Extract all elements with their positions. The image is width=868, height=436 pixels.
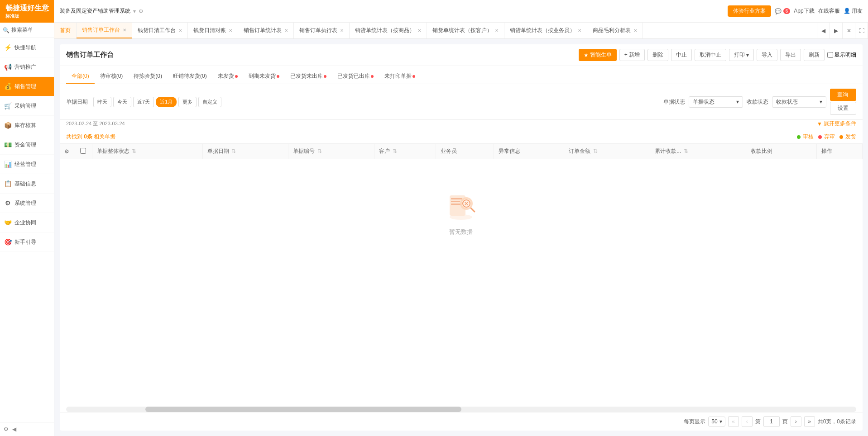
sub-tab-unprinted[interactable]: 未打印单据 [379, 70, 421, 84]
cancel-audit-action-btn[interactable]: 弃审 [818, 133, 835, 141]
tab-close-icon[interactable]: ✕ [123, 28, 126, 33]
sidebar-item-quick-nav[interactable]: ⚡ 快捷导航 [0, 38, 54, 57]
prev-page-btn[interactable]: ‹ [742, 416, 753, 427]
message-icon[interactable]: 💬 6 [775, 8, 790, 14]
date-btn-1month[interactable]: 近1月 [156, 97, 177, 107]
date-btn-yesterday[interactable]: 昨天 [93, 97, 111, 107]
sidebar-item-basic-info[interactable]: 📋 基础信息 [0, 174, 54, 194]
tab-sales-customer[interactable]: 销货单统计表（按客户） ✕ [427, 23, 504, 38]
sort-icon[interactable]: ⇅ [684, 148, 688, 154]
query-btn[interactable]: 查询 [830, 89, 856, 101]
add-btn[interactable]: + 新增 [619, 49, 645, 61]
settings-btn[interactable]: 设置 [830, 102, 856, 115]
page-size-select[interactable]: 50 [708, 417, 725, 427]
settings-icon[interactable]: ⚙ [4, 426, 9, 432]
sub-tab-all[interactable]: 全部(0) [66, 70, 95, 84]
date-btn-custom[interactable]: 自定义 [198, 97, 221, 107]
tab-expand-btn[interactable]: ⛶ [855, 23, 868, 39]
sort-icon[interactable]: ⇅ [317, 148, 322, 154]
sub-tab-shipped-out[interactable]: 已发货已出库 [332, 70, 379, 84]
app-download-link[interactable]: App下载 [794, 7, 814, 15]
sort-icon[interactable]: ⇅ [231, 148, 236, 154]
next-page-btn[interactable]: › [791, 416, 801, 427]
select-all-checkbox[interactable] [80, 148, 86, 154]
th-settings[interactable]: ⚙ [60, 144, 74, 159]
scrollbar-thumb[interactable] [145, 407, 461, 412]
th-customer: 客户 ⇅ [374, 144, 436, 159]
date-btn-more[interactable]: 更多 [178, 97, 197, 107]
date-range-display: 2023-02-24 至 2023-03-24 [66, 120, 125, 127]
sub-tab-pending-audit[interactable]: 待审核(0) [95, 70, 129, 84]
collapse-icon[interactable]: ◀ [12, 426, 16, 432]
status-filter-select[interactable]: 单据状态 [689, 96, 743, 108]
tab-gross-profit[interactable]: 商品毛利分析表 ✕ [587, 23, 643, 38]
stop-btn[interactable]: 中止 [671, 49, 692, 61]
tab-cash-daily[interactable]: 钱货日清工作台 ✕ [132, 23, 188, 38]
tab-sales-workbench[interactable]: 销售订单工作台 ✕ [77, 23, 132, 38]
export-btn[interactable]: 导出 [780, 49, 801, 61]
settings-header-icon[interactable]: ⚙ [139, 8, 144, 14]
tab-sales-stats[interactable]: 销售订单统计表 ✕ [238, 23, 294, 38]
date-btn-today[interactable]: 今天 [113, 97, 131, 107]
horizontal-scrollbar[interactable] [66, 407, 856, 412]
sort-icon[interactable]: ⇅ [593, 148, 598, 154]
tab-sales-staff[interactable]: 销货单统计表（按业务员） ✕ [504, 23, 587, 38]
tab-close-all-btn[interactable]: ✕ [843, 23, 855, 39]
sidebar-item-sales[interactable]: 💰 销售管理 [0, 77, 54, 96]
smart-create-btn[interactable]: ★ 智能生单 [579, 49, 617, 61]
show-detail-checkbox[interactable] [827, 52, 833, 58]
tab-cash-reconcile[interactable]: 钱货日清对账 ✕ [188, 23, 238, 38]
user-avatar[interactable]: 👤 用友 [844, 7, 863, 15]
tab-close-icon[interactable]: ✕ [417, 28, 421, 33]
sidebar-item-finance[interactable]: 💵 资金管理 [0, 135, 54, 155]
sidebar-item-marketing[interactable]: 📢 营销推广 [0, 57, 54, 77]
import-btn[interactable]: 导入 [757, 49, 777, 61]
sidebar-item-operations[interactable]: 📊 经营管理 [0, 155, 54, 174]
dropdown-icon[interactable]: ▾ [133, 8, 136, 14]
cancel-stop-btn[interactable]: 取消中止 [695, 49, 726, 61]
tab-home[interactable]: 首页 [54, 23, 77, 38]
tab-close-icon[interactable]: ✕ [633, 28, 637, 33]
audit-action-btn[interactable]: 审核 [797, 133, 814, 141]
tab-sales-exec[interactable]: 销售订单执行表 ✕ [294, 23, 350, 38]
sub-tab-shipped-not-out[interactable]: 已发货未出库 [285, 70, 332, 84]
refresh-btn[interactable]: 刷新 [804, 49, 825, 61]
sort-icon[interactable]: ⇅ [132, 148, 136, 154]
sub-tab-shop-pending-ship[interactable]: 旺铺待发货(0) [168, 70, 212, 84]
date-btn-7days[interactable]: 近7天 [133, 97, 154, 107]
sub-tab-overdue-unshipped[interactable]: 到期未发货 [243, 70, 285, 84]
tab-prev-btn[interactable]: ◀ [817, 23, 830, 39]
last-page-btn[interactable]: » [804, 416, 815, 427]
online-service-link[interactable]: 在线客服 [818, 7, 840, 15]
sidebar-item-guide[interactable]: 🎯 新手引导 [0, 232, 54, 252]
sort-icon[interactable]: ⇅ [393, 148, 397, 154]
print-btn[interactable]: 打印 ▾ [729, 49, 754, 61]
tab-next-btn[interactable]: ▶ [830, 23, 843, 39]
ship-action-btn[interactable]: 发货 [839, 133, 856, 141]
sidebar-item-enterprise[interactable]: 🤝 企业协同 [0, 213, 54, 232]
tab-close-icon[interactable]: ✕ [340, 28, 344, 33]
sub-tab-pending-inspection[interactable]: 待拣验货(0) [128, 70, 168, 84]
sub-tab-unshipped[interactable]: 未发货 [212, 70, 243, 84]
shipped-not-out-dot [324, 75, 326, 78]
tab-sales-product[interactable]: 销货单统计表（按商品） ✕ [350, 23, 427, 38]
tab-close-icon[interactable]: ✕ [578, 28, 581, 33]
sidebar-item-inventory[interactable]: 📦 库存核算 [0, 116, 54, 135]
sidebar-item-purchase[interactable]: 🛒 采购管理 [0, 96, 54, 116]
industry-solution-btn[interactable]: 体验行业方案 [728, 5, 771, 17]
purchase-icon: 🛒 [4, 102, 12, 110]
first-page-btn[interactable]: « [728, 416, 739, 427]
tab-close-icon[interactable]: ✕ [495, 28, 499, 33]
tab-close-icon[interactable]: ✕ [229, 28, 232, 33]
sidebar-item-search[interactable]: 🔍 搜索菜单 [0, 23, 54, 38]
sidebar-item-system[interactable]: ⚙ 系统管理 [0, 194, 54, 213]
th-checkbox[interactable] [74, 144, 92, 159]
payment-filter-select[interactable]: 收款状态 [772, 96, 826, 108]
tab-close-icon[interactable]: ✕ [178, 28, 182, 33]
sidebar-item-label: 营销推广 [14, 63, 36, 71]
delete-btn[interactable]: 删除 [647, 49, 668, 61]
show-detail-checkbox-label: 显示明细 [827, 51, 856, 59]
page-number-input[interactable] [763, 416, 780, 427]
tab-close-icon[interactable]: ✕ [284, 28, 288, 33]
expand-filter-btn[interactable]: ▼ 展开更多条件 [817, 120, 856, 128]
